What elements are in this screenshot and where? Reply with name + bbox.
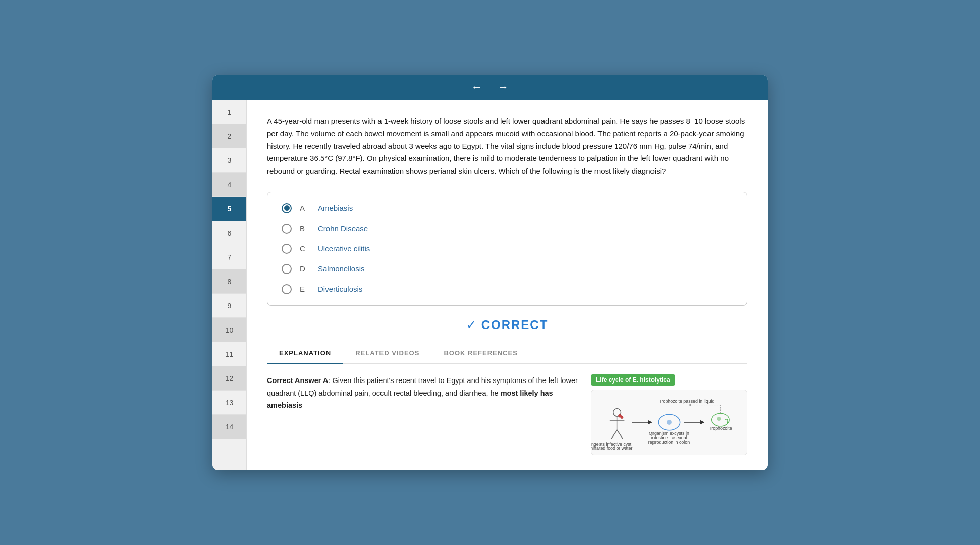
sidebar-item-3[interactable]: 3 [212,148,246,173]
option-letter-d: D [300,264,310,273]
sidebar-item-8[interactable]: 8 [212,269,246,294]
sidebar-item-12[interactable]: 12 [212,366,246,391]
question-text: A 45-year-old man presents with a 1-week… [267,115,747,178]
option-row-b[interactable]: BCrohn Disease [278,219,737,239]
option-text-c: Ulcerative cilitis [318,244,370,253]
svg-text:reproduction in colon: reproduction in colon [648,440,690,445]
sidebar-item-14[interactable]: 14 [212,415,246,439]
option-radio-b [282,224,292,234]
tab-book-references[interactable]: BOOK REFERENCES [431,343,529,363]
option-letter-a: A [300,204,310,212]
option-letter-e: E [300,285,310,293]
sidebar-item-7[interactable]: 7 [212,245,246,269]
sidebar-item-11[interactable]: 11 [212,342,246,366]
option-radio-d [282,264,292,274]
explanation-text: Correct Answer A: Given this patient's r… [267,374,581,412]
option-text-b: Crohn Disease [318,224,368,233]
tab-explanation[interactable]: EXPLANATION [267,343,343,364]
sidebar-item-5[interactable]: 5 [212,197,246,221]
option-radio-a [282,203,292,213]
options-box: AAmebiasisBCrohn DiseaseCUlcerative cili… [267,192,747,306]
sidebar-item-13[interactable]: 13 [212,391,246,415]
sidebar-item-9[interactable]: 9 [212,294,246,318]
sidebar-item-2[interactable]: 2 [212,124,246,148]
svg-text:Trophozoite passed in liquid: Trophozoite passed in liquid [659,398,714,403]
sidebar-item-6[interactable]: 6 [212,221,246,245]
diagram-area: Life cycle of E. histolytica [591,374,747,455]
correct-label: CORRECT [481,318,549,332]
svg-line-4 [617,430,623,439]
svg-point-9 [667,420,672,425]
explanation-section: Correct Answer A: Given this patient's r… [267,374,747,455]
diagram-image: Human ingests infective cyst in contamin… [591,390,747,455]
sidebar: 1234567891011121314 [212,100,247,470]
check-icon: ✓ [466,318,476,332]
main-layout: 1234567891011121314 A 45-year-old man pr… [212,100,768,470]
option-radio-e [282,284,292,294]
back-button[interactable]: ← [471,82,482,93]
svg-text:Trophozoite: Trophozoite [709,426,732,431]
option-text-a: Amebiasis [318,204,353,212]
tabs-row: EXPLANATIONRELATED VIDEOSBOOK REFERENCES [267,343,747,364]
content-area: A 45-year-old man presents with a 1-week… [247,100,768,470]
option-text-e: Diverticulosis [318,285,362,293]
option-letter-b: B [300,224,310,233]
option-row-a[interactable]: AAmebiasis [278,198,737,219]
svg-point-6 [621,416,623,419]
correct-banner: ✓ CORRECT [267,318,747,332]
option-letter-c: C [300,244,310,253]
option-radio-c [282,244,292,254]
svg-text:in contaminated food or water: in contaminated food or water [591,446,632,451]
forward-button[interactable]: → [498,82,509,93]
option-row-e[interactable]: EDiverticulosis [278,279,737,299]
sidebar-item-10[interactable]: 10 [212,318,246,342]
svg-point-12 [717,417,721,421]
option-text-d: Salmonellosis [318,264,365,273]
top-nav: ← → [212,75,768,100]
option-row-c[interactable]: CUlcerative cilitis [278,239,737,259]
sidebar-item-4[interactable]: 4 [212,173,246,197]
option-row-d[interactable]: DSalmonellosis [278,259,737,279]
svg-line-3 [611,430,617,439]
correct-answer-label: Correct Answer A [267,376,328,385]
tab-related-videos[interactable]: RELATED VIDEOS [343,343,431,363]
diagram-label: Life cycle of E. histolytica [591,374,675,386]
app-window: ← → 1234567891011121314 A 45-year-old ma… [212,75,768,470]
sidebar-item-1[interactable]: 1 [212,100,246,124]
